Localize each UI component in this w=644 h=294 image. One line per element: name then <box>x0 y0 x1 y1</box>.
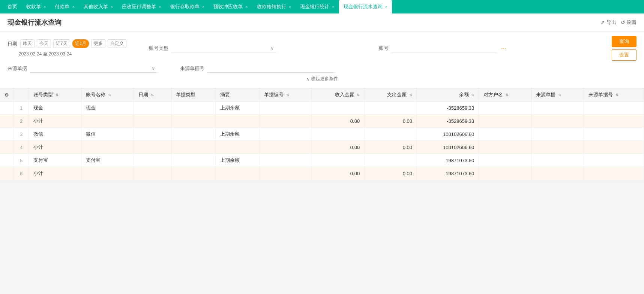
close-icon[interactable]: × <box>111 0 113 13</box>
filter-row-1: 日期 昨天 今天 近7天 近1月 更多 自定义 2023-02-24 至 202… <box>8 36 636 61</box>
row-income: 0.00 <box>312 167 365 180</box>
table-row: 5 支付宝 支付宝 上期余额 19871073.60 <box>0 154 644 167</box>
doc-type-column-header: 单据类型 <box>171 88 216 101</box>
row-index: 2 <box>14 115 29 128</box>
refresh-button[interactable]: ↺ 刷新 <box>621 19 636 26</box>
row-balance: 100102606.60 <box>417 128 479 141</box>
sort-icon: ⇅ <box>286 93 289 97</box>
row-account-type: 现金 <box>29 101 81 115</box>
account-input[interactable] <box>392 44 497 52</box>
balance-column-header[interactable]: 余额 ⇅ <box>417 88 479 101</box>
row-summary: 上期余额 <box>215 101 260 115</box>
settings-button[interactable]: 设置 <box>612 49 636 61</box>
gear-icon: ⚙ <box>5 92 9 98</box>
source-doc-num-column-header[interactable]: 来源单据号 ⇅ <box>584 88 644 101</box>
close-icon[interactable]: × <box>385 0 387 13</box>
row-expense <box>365 154 417 167</box>
row-gear <box>0 128 14 141</box>
row-doc-num <box>260 167 312 180</box>
row-account-type: 小计 <box>29 141 81 154</box>
doc-num-column-header[interactable]: 单据编号 ⇅ <box>260 88 312 101</box>
chevron-down-icon: ∨ <box>270 45 274 51</box>
date-btn-today[interactable]: 今天 <box>37 39 51 48</box>
date-btn-custom[interactable]: 自定义 <box>108 39 126 48</box>
income-column-header[interactable]: 收入金额 ⇅ <box>312 88 365 101</box>
counterpart-column-header[interactable]: 对方户名 ⇅ <box>479 88 531 101</box>
row-account-type: 小计 <box>29 115 81 128</box>
source-doc-column-header[interactable]: 来源单据 ⇅ <box>531 88 584 101</box>
account-type-select[interactable]: ∨ <box>171 44 276 52</box>
date-btn-1month[interactable]: 近1月 <box>72 39 89 48</box>
chevron-down-icon: ∨ <box>152 66 155 71</box>
row-account-type: 微信 <box>29 128 81 141</box>
row-expense: 0.00 <box>365 141 417 154</box>
gear-column-header[interactable]: ⚙ <box>0 88 14 101</box>
row-counterpart <box>479 101 531 115</box>
row-source-doc-num <box>584 128 644 141</box>
export-icon: ↗ <box>600 19 605 25</box>
date-btn-more[interactable]: 更多 <box>91 39 105 48</box>
row-income <box>312 101 365 115</box>
row-source-doc-num <box>584 167 644 180</box>
row-gear <box>0 101 14 115</box>
row-account-type: 小计 <box>29 167 81 180</box>
page-header: 现金银行流水查询 ↗ 导出 ↺ 刷新 <box>0 13 644 31</box>
index-column-header <box>14 88 29 101</box>
close-icon[interactable]: × <box>159 0 161 13</box>
close-icon[interactable]: × <box>72 0 74 13</box>
row-gear <box>0 167 14 180</box>
account-dots-button[interactable]: ··· <box>501 45 506 52</box>
nav-tab-8[interactable]: 现金银行流水查询 × <box>339 0 392 13</box>
nav-tab-5[interactable]: 预收冲应收单 × <box>209 0 252 13</box>
close-icon[interactable]: × <box>245 0 248 13</box>
row-summary <box>215 141 260 154</box>
nav-tab-2[interactable]: 其他收入单 × <box>79 0 117 13</box>
account-type-column-header[interactable]: 账号类型 ⇅ <box>29 88 81 101</box>
row-source-doc <box>531 101 584 115</box>
row-counterpart <box>479 128 531 141</box>
filter-area: 日期 昨天 今天 近7天 近1月 更多 自定义 2023-02-24 至 202… <box>0 31 644 88</box>
sort-icon: ⇅ <box>108 93 111 97</box>
close-icon[interactable]: × <box>332 0 334 13</box>
date-column-header[interactable]: 日期 ⇅ <box>134 88 171 101</box>
export-button[interactable]: ↗ 导出 <box>600 19 616 26</box>
nav-tab-1[interactable]: 付款单 × <box>50 0 79 13</box>
row-index: 6 <box>14 167 29 180</box>
account-name-column-header[interactable]: 账号名称 ⇅ <box>81 88 134 101</box>
sort-icon: ⇅ <box>357 93 360 97</box>
row-doc-type <box>171 101 216 115</box>
row-summary: 上期余额 <box>215 154 260 167</box>
nav-tab-3[interactable]: 应收应付调整单 × <box>117 0 165 13</box>
date-btn-yesterday[interactable]: 昨天 <box>20 39 35 48</box>
nav-home[interactable]: 首页 <box>3 0 22 13</box>
nav-tab-6[interactable]: 收款核销执行 × <box>252 0 296 13</box>
table-row: 4 小计 0.00 0.00 100102606.60 <box>0 141 644 154</box>
close-icon[interactable]: × <box>202 0 204 13</box>
table-row: 1 现金 现金 上期余额 -3528659.33 <box>0 101 644 115</box>
source-doc-num-input[interactable] <box>207 64 335 73</box>
row-doc-num <box>260 154 312 167</box>
collapse-button[interactable]: ∧ 收起更多条件 <box>306 76 338 82</box>
nav-tab-4[interactable]: 银行存取款单 × <box>166 0 209 13</box>
source-doc-label: 来源单据 <box>8 65 27 72</box>
source-doc-select[interactable]: ∨ <box>30 64 158 73</box>
row-source-doc-num <box>584 115 644 128</box>
close-icon[interactable]: × <box>289 0 291 13</box>
expense-column-header[interactable]: 支出金额 ⇅ <box>365 88 417 101</box>
date-btn-7days[interactable]: 近7天 <box>53 39 70 48</box>
row-summary: 上期余额 <box>215 128 260 141</box>
sort-icon: ⇅ <box>615 93 618 97</box>
row-doc-num <box>260 141 312 154</box>
sort-icon: ⇅ <box>471 93 474 97</box>
nav-tab-7[interactable]: 现金银行统计 × <box>296 0 339 13</box>
account-type-label: 账号类型 <box>149 45 168 52</box>
close-icon[interactable]: × <box>44 0 46 13</box>
row-balance: -3528659.33 <box>417 101 479 115</box>
row-income <box>312 128 365 141</box>
row-doc-type <box>171 167 216 180</box>
row-source-doc <box>531 141 584 154</box>
row-index: 3 <box>14 128 29 141</box>
query-button[interactable]: 查询 <box>612 36 636 47</box>
row-doc-type <box>171 141 216 154</box>
nav-tab-0[interactable]: 收款单 × <box>22 0 50 13</box>
